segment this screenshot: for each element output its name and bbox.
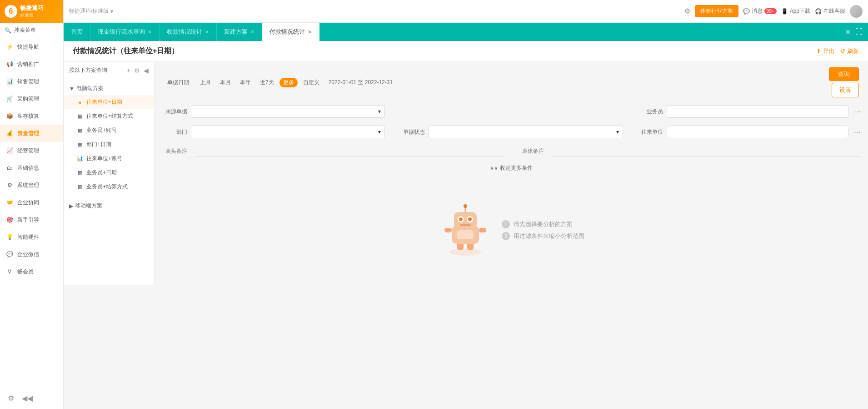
scheme-dept-date[interactable]: ▦ 部门+日期 xyxy=(64,137,154,151)
date-opt-more[interactable]: 更多 xyxy=(279,78,298,87)
sidebar-item-basic-info[interactable]: 🗂 基础信息 xyxy=(0,159,63,177)
app-download-btn[interactable]: 📱 App下载 xyxy=(781,7,810,15)
breadcrumb: 畅捷通巧/标准版 ▾ xyxy=(69,7,679,15)
tab-home[interactable]: 首页 xyxy=(64,23,90,41)
settings-btn[interactable]: 设置 xyxy=(832,83,859,97)
search-menu-label: 搜索菜单 xyxy=(14,26,36,34)
scheme-icon: ▦ xyxy=(76,113,84,120)
scheme-unit-account[interactable]: 📊 往来单位+账号 xyxy=(64,151,154,166)
right-panel: 单据日期 上月 本月 本年 近7天 更多 自定义 2022-01-01 至 20… xyxy=(155,62,868,285)
sidebar-collapse-btn[interactable]: ◀◀ xyxy=(21,392,34,404)
hint-text-1: 请先选择要分析的方案 xyxy=(514,220,573,228)
counterpart-select[interactable] xyxy=(667,126,848,138)
tab-cash-flow-close[interactable]: ✕ xyxy=(148,29,152,35)
date-options: 上月 本月 本年 近7天 更多 自定义 xyxy=(196,78,323,87)
bill-status-filter-label: 单据状态 xyxy=(399,128,425,136)
hint-num-1: 1 xyxy=(502,220,510,228)
mobile-schemes-section: ▶ 移动端方案 xyxy=(64,197,154,215)
trial-btn[interactable]: 体验行业方案 xyxy=(695,5,738,17)
sidebar-settings-btn[interactable]: ⚙ xyxy=(5,392,17,404)
export-btn[interactable]: ⬆ 导出 xyxy=(816,47,835,56)
bill-status-dropdown-icon: ▾ xyxy=(616,129,619,135)
maximize-btn[interactable]: ⛶ xyxy=(855,28,863,36)
main-area: 畅捷通巧/标准版 ▾ ⚙ 体验行业方案 💬 消息 99+ 📱 App下载 🎧 在… xyxy=(64,0,868,409)
panel-collapse-btn[interactable]: ◀ xyxy=(144,67,149,74)
sidebar-item-smart-hw[interactable]: 💡 智能硬件 xyxy=(0,228,63,246)
collapse-filters-btn[interactable]: ∧∧ 收起更多条件 xyxy=(155,161,868,176)
scheme-unit-payment[interactable]: ▦ 往来单位+结算方式 xyxy=(64,109,154,123)
breadcrumb-text: 畅捷通巧/标准版 xyxy=(69,7,109,15)
user-avatar[interactable] xyxy=(850,5,863,18)
topbar-settings-icon[interactable]: ⚙ xyxy=(684,7,690,15)
scheme-icon: ▦ xyxy=(76,127,84,134)
search-menu[interactable]: 🔍 搜索菜单 xyxy=(0,23,63,38)
date-opt-custom[interactable]: 自定义 xyxy=(299,78,323,87)
empty-hints: 1 请先选择要分析的方案 2 用过滤条件来缩小分析范围 xyxy=(502,220,584,240)
sidebar-item-label: 资金管理 xyxy=(17,130,39,137)
sidebar-item-finance[interactable]: 💰 资金管理 xyxy=(0,125,63,142)
left-panel-header-actions: + ⚙ ◀ xyxy=(127,67,149,74)
sidebar-item-member[interactable]: V 畅会员 xyxy=(0,263,63,280)
tab-cash-flow[interactable]: 现金银行流水查询 ✕ xyxy=(90,23,160,41)
sidebar-item-guide[interactable]: 🎯 新手引导 xyxy=(0,211,63,228)
scheme-staff-payment[interactable]: ▦ 业务员+结算方式 xyxy=(64,180,154,194)
sidebar-item-system[interactable]: ⚙ 系统管理 xyxy=(0,177,63,194)
header-remark-input[interactable] xyxy=(195,146,504,157)
scheme-unit-date[interactable]: ● 往来单位+日期 xyxy=(64,95,154,109)
staff-dots-btn[interactable]: ··· xyxy=(854,107,861,116)
add-scheme-btn[interactable]: + xyxy=(127,67,130,74)
close-window-btn[interactable]: ✕ xyxy=(845,28,851,36)
refresh-btn[interactable]: ↺ 刷新 xyxy=(840,47,859,56)
desktop-schemes-title[interactable]: ▼ 电脑端方案 xyxy=(64,82,154,95)
scheme-staff-account[interactable]: ▦ 业务员+账号 xyxy=(64,123,154,137)
query-btn[interactable]: 查询 xyxy=(829,67,859,81)
date-opt-this-year[interactable]: 本年 xyxy=(236,78,254,87)
sidebar-item-wechat[interactable]: 💬 企业微信 xyxy=(0,246,63,263)
quick-nav-icon: ⚡ xyxy=(5,43,14,51)
tab-new-plan-close[interactable]: ✕ xyxy=(250,29,254,35)
source-select[interactable]: ▾ xyxy=(191,105,385,118)
app-download-label: App下载 xyxy=(790,7,810,15)
hint-item-1: 1 请先选择要分析的方案 xyxy=(502,220,584,228)
tab-receipt-stats[interactable]: 收款情况统计 ✕ xyxy=(160,23,217,41)
counterpart-dots-btn[interactable]: ··· xyxy=(854,127,861,137)
purchase-icon: 🛒 xyxy=(5,95,14,103)
bill-status-select[interactable]: ▾ xyxy=(429,126,623,138)
body-remark-input[interactable] xyxy=(551,146,861,157)
sidebar-item-inventory[interactable]: 📦 库存核算 xyxy=(0,107,63,125)
dept-filter-label: 部门 xyxy=(162,128,187,136)
robot-illustration xyxy=(438,203,493,258)
message-btn[interactable]: 💬 消息 99+ xyxy=(743,7,777,15)
online-service-btn[interactable]: 🎧 在线客服 xyxy=(815,7,845,15)
scheme-settings-btn[interactable]: ⚙ xyxy=(134,67,140,74)
mobile-schemes-title[interactable]: ▶ 移动端方案 xyxy=(64,199,154,212)
sidebar-item-operations[interactable]: 📈 经营管理 xyxy=(0,142,63,159)
sidebar: 6 畅捷通巧 标准版 🔍 搜索菜单 ⚡ 快捷导航 📢 营销推广 📊 销售管理 🛒… xyxy=(0,0,64,409)
dept-select[interactable]: ▾ xyxy=(191,126,385,138)
operations-icon: 📈 xyxy=(5,146,14,155)
sidebar-item-marketing[interactable]: 📢 营销推广 xyxy=(0,56,63,73)
breadcrumb-dropdown-icon[interactable]: ▾ xyxy=(110,8,113,15)
date-opt-last7[interactable]: 近7天 xyxy=(256,78,278,87)
scheme-icon: ▦ xyxy=(76,169,84,177)
tab-payment-stats[interactable]: 付款情况统计 ✕ xyxy=(262,23,319,41)
sidebar-item-sales[interactable]: 📊 销售管理 xyxy=(0,73,63,90)
staff-select[interactable] xyxy=(667,105,848,118)
tab-new-plan[interactable]: 新建方案 ✕ xyxy=(217,23,262,41)
finance-icon: 💰 xyxy=(5,129,14,137)
tab-payment-stats-close[interactable]: ✕ xyxy=(308,29,312,35)
basic-info-icon: 🗂 xyxy=(5,164,14,172)
sidebar-item-quick-nav[interactable]: ⚡ 快捷导航 xyxy=(0,38,63,56)
sidebar-item-label: 企业微信 xyxy=(17,251,39,258)
page-header-actions: ⬆ 导出 ↺ 刷新 xyxy=(816,47,859,56)
message-label: 消息 xyxy=(752,7,763,15)
date-opt-last-month[interactable]: 上月 xyxy=(196,78,215,87)
scheme-staff-date[interactable]: ▦ 业务员+日期 xyxy=(64,166,154,180)
date-opt-this-month[interactable]: 本月 xyxy=(216,78,234,87)
content-area: 付款情况统计（往来单位+日期） ⬆ 导出 ↺ 刷新 按以下方案查询 + xyxy=(64,41,868,409)
sidebar-item-purchase[interactable]: 🛒 采购管理 xyxy=(0,90,63,107)
enterprise-icon: 🤝 xyxy=(5,198,14,207)
tab-receipt-stats-close[interactable]: ✕ xyxy=(205,29,209,35)
desktop-expand-icon: ▼ xyxy=(69,86,75,92)
sidebar-item-enterprise[interactable]: 🤝 企业协同 xyxy=(0,194,63,211)
